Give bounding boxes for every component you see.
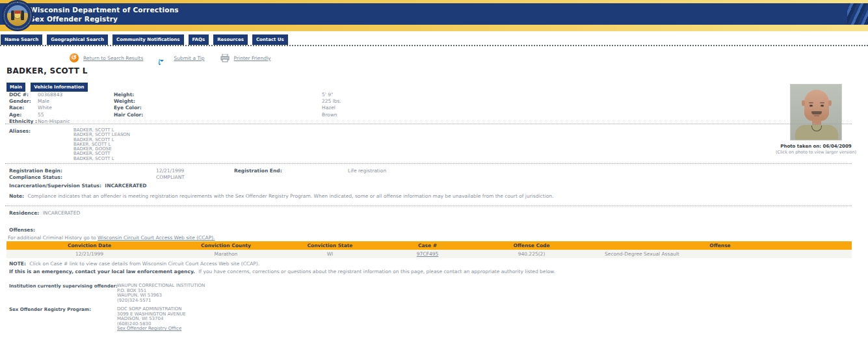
submit-a-tip-label: Submit a Tip bbox=[174, 55, 204, 61]
return-to-search-results-label: Return to Search Results bbox=[83, 55, 143, 61]
ccap-prefix: For additional Criminal History go to bbox=[8, 235, 98, 241]
hair-color-value: Brown bbox=[322, 112, 341, 118]
back-arrow-icon: ↺ bbox=[70, 53, 79, 62]
compliance-status-label: Compliance Status: bbox=[9, 174, 62, 180]
cell-conviction-state: WI bbox=[280, 250, 380, 258]
registration-begin-value: 12/21/1999 bbox=[156, 168, 184, 174]
residence-label: Residence: bbox=[9, 210, 39, 216]
incarceration-status-label: Incarceration/Supervision Status: bbox=[9, 183, 101, 189]
seal-inner bbox=[7, 5, 28, 26]
identity-values-col1: 00368843 Male White 55 Non-Hispanic bbox=[38, 92, 70, 125]
cell-case-number: 97CF495 bbox=[380, 250, 475, 258]
compliance-note-text: Compliance indicates that an offender is… bbox=[28, 193, 554, 199]
compliance-note-label: Note: bbox=[9, 193, 24, 199]
ccap-link[interactable]: Wisconsin Circuit Court Access Web site … bbox=[98, 235, 215, 241]
compliance-status-value: COMPLIANT bbox=[156, 174, 185, 180]
nav-geographical-search[interactable]: Geographical Search bbox=[47, 34, 108, 45]
nav-resources[interactable]: Resources bbox=[213, 34, 248, 45]
return-to-search-results-link[interactable]: ↺ Return to Search Results bbox=[70, 53, 143, 62]
header-title-line1: Wisconsin Department of Corrections bbox=[30, 5, 179, 14]
photo-face bbox=[804, 90, 829, 121]
compliance-note: Note: Compliance indicates that an offen… bbox=[9, 193, 553, 199]
height-label: Height: bbox=[114, 92, 143, 98]
detail-tabs: Main Vehicle Information bbox=[7, 79, 90, 92]
age-label: Age: bbox=[9, 112, 37, 118]
tab-main[interactable]: Main bbox=[7, 83, 25, 92]
tab-vehicle-information[interactable]: Vehicle Information bbox=[31, 83, 87, 92]
registration-end-label: Registration End: bbox=[234, 168, 282, 174]
nav-name-search[interactable]: Name Search bbox=[1, 34, 42, 45]
identity-labels-col2: Height: Weight: Eye Color: Hair Color: bbox=[114, 92, 143, 118]
header-flag-graphic bbox=[847, 3, 868, 25]
incarceration-status-value: INCARCERATED bbox=[105, 183, 146, 189]
incarceration-status-row: Incarceration/Supervision Status: INCARC… bbox=[9, 183, 147, 189]
case-number-link[interactable]: 97CF495 bbox=[417, 251, 438, 257]
alias-item: BADKER, SCOTT L bbox=[73, 157, 130, 161]
institution-label: Institution currently supervising offend… bbox=[9, 284, 118, 289]
hair-color-label: Hair Color: bbox=[114, 112, 143, 118]
submit-a-tip-link[interactable]: i Submit a Tip bbox=[159, 54, 204, 62]
photo-ear-right bbox=[828, 100, 832, 106]
registration-begin-label: Registration Begin: bbox=[9, 168, 62, 174]
case-link-note-text: Click on Case # link to view case detail… bbox=[29, 261, 259, 267]
photo-taken-caption: Photo taken on: 06/04/2009 bbox=[772, 144, 860, 149]
offenses-heading: Offenses: bbox=[9, 227, 35, 233]
col-offense-code: Offense Code bbox=[475, 241, 588, 250]
wisconsin-doc-seal-logo bbox=[3, 1, 33, 31]
case-link-note: NOTE: Click on Case # link to view case … bbox=[9, 261, 259, 267]
photo-eye-left bbox=[809, 105, 813, 107]
institution-address: WAUPUN CORRECTIONAL INSTITUTION P.O. BOX… bbox=[117, 284, 205, 303]
aliases-label: Aliases: bbox=[9, 128, 31, 134]
sorp-office-link[interactable]: Sex Offender Registry Office bbox=[117, 326, 186, 332]
nav-community-notifications[interactable]: Community Notifications bbox=[112, 34, 183, 45]
residence-value: INCARCERATED bbox=[43, 210, 81, 216]
tip-bubble-icon: i bbox=[159, 54, 169, 62]
residence-row: Residence: INCARCERATED bbox=[9, 210, 80, 216]
page-header: Wisconsin Department of Corrections Sex … bbox=[0, 0, 868, 31]
identity-values-col2: 5' 9" 225 lbs. Hazel Brown bbox=[322, 92, 341, 118]
institution-line: (920)324-5571 bbox=[117, 299, 205, 304]
cell-conviction-date: 12/21/1999 bbox=[7, 250, 172, 258]
offense-table-row: 12/21/1999 Marathon WI 97CF495 940.225(2… bbox=[7, 250, 852, 258]
printer-friendly-label: Printer Friendly bbox=[234, 55, 271, 61]
separator-3 bbox=[5, 206, 852, 206]
photo-brow-right bbox=[820, 102, 824, 103]
offender-photo[interactable] bbox=[790, 84, 842, 140]
cell-offense: Second-Degree Sexual Assault bbox=[588, 250, 852, 258]
offender-photo-block: Photo taken on: 06/04/2009 (Click on pho… bbox=[772, 84, 860, 155]
emergency-note-bold: If this is an emergency, contact your lo… bbox=[9, 269, 195, 274]
offense-table: Conviction Date Conviction County Convic… bbox=[7, 241, 852, 258]
case-link-note-label: NOTE: bbox=[9, 261, 26, 267]
col-conviction-state: Conviction State bbox=[280, 241, 380, 250]
identity-labels-col1: DOC #: Gender: Race: Age: Ethnicity : bbox=[9, 92, 37, 125]
col-offense: Offense bbox=[588, 241, 852, 250]
printer-friendly-link[interactable]: Printer Friendly bbox=[220, 54, 271, 62]
race-label: Race: bbox=[9, 105, 37, 111]
separator-1 bbox=[5, 124, 852, 124]
doc-number-label: DOC #: bbox=[9, 92, 37, 98]
header-title-line2: Sex Offender Registry bbox=[30, 14, 179, 23]
gender-value: Male bbox=[38, 98, 70, 105]
emergency-note: If this is an emergency, contact your lo… bbox=[9, 269, 555, 274]
eye-color-label: Eye Color: bbox=[114, 105, 143, 111]
offender-name-title: BADKER, SCOTT L bbox=[7, 66, 88, 75]
col-conviction-county: Conviction County bbox=[172, 241, 280, 250]
offense-table-header-row: Conviction Date Conviction County Convic… bbox=[7, 241, 852, 250]
nav-contact-us[interactable]: Contact Us bbox=[252, 34, 288, 45]
weight-label: Weight: bbox=[114, 98, 143, 105]
nav-faqs[interactable]: FAQs bbox=[189, 34, 209, 45]
doc-number-value: 00368843 bbox=[38, 92, 70, 98]
registration-end-value: Life registration bbox=[348, 168, 386, 174]
col-case-number: Case # bbox=[380, 241, 475, 250]
height-value: 5' 9" bbox=[322, 92, 341, 98]
age-value: 55 bbox=[38, 112, 70, 118]
separator-2 bbox=[5, 163, 852, 164]
main-nav: Name Search Geographical Search Communit… bbox=[0, 31, 868, 45]
printer-icon bbox=[220, 54, 230, 62]
sorp-label: Sex Offender Registry Program: bbox=[9, 307, 91, 312]
emergency-note-text: If you have concerns, corrections or que… bbox=[198, 269, 555, 274]
eye-color-value: Hazel bbox=[322, 105, 341, 111]
aliases-list: BADKER, SCOTT L BADKER, SCOTT LEASON BAD… bbox=[73, 128, 130, 161]
photo-brow-left bbox=[809, 102, 813, 103]
seal-figure-right bbox=[21, 10, 24, 20]
